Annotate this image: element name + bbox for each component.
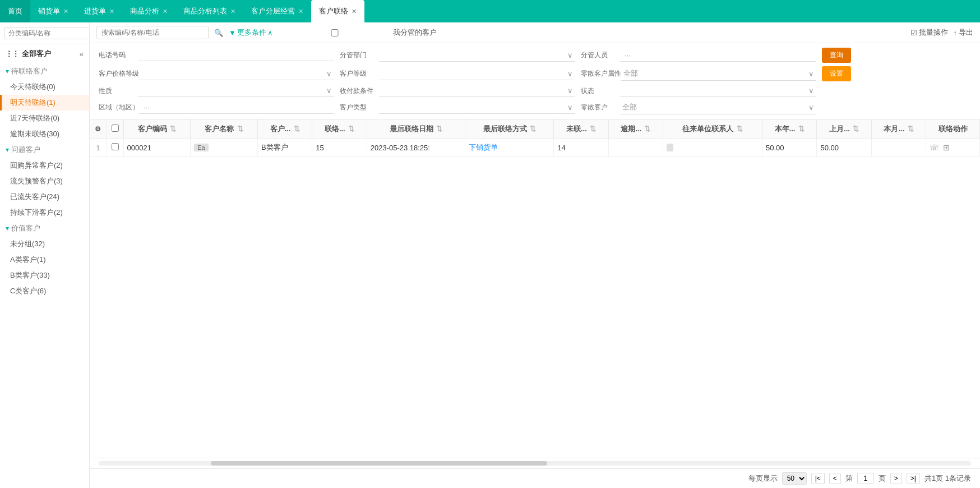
col-last-contact-date[interactable]: 最后联络日期 ⇅ [367,119,465,139]
page-size-select[interactable]: 50 [782,472,807,485]
action-phone-icon[interactable]: ☏ [930,143,940,152]
payment-field: 收付款条件 ∨ [340,85,575,97]
retail-attr-select[interactable]: 全部 ∨ [621,67,816,81]
nav-customer-contact-close[interactable]: ✕ [352,8,357,15]
sort-icon: ⇅ [853,125,859,133]
col-last-month[interactable]: 上月... ⇅ [817,119,871,139]
nav-purchase[interactable]: 进货单 ✕ [76,0,122,22]
col-settings[interactable]: ⚙ [90,119,107,139]
col-customer-type[interactable]: 客户... ⇅ [257,119,312,139]
page-number-input[interactable] [857,473,874,484]
unit-contact-masked [667,144,673,151]
grid-icon: ⋮⋮ [6,50,19,58]
region-select[interactable]: ··· [139,102,334,114]
more-filter-button[interactable]: ▼ 更多条件 ∧ [229,27,273,38]
scroll-thumb[interactable] [211,461,547,466]
customer-type-select[interactable]: ∨ [379,102,575,114]
content-area: 🔍 ▼ 更多条件 ∧ 我分管的客户 ☑ 批量操作 ↑ 导出 [90,22,980,488]
retail-customer-select[interactable]: 全部 ∨ [620,100,816,114]
nav-sales-close[interactable]: ✕ [63,8,68,15]
sidebar-item-class-b[interactable]: B类客户(33) [0,268,89,283]
col-this-year[interactable]: 本年... ⇅ [762,119,817,139]
region-field: 区域（地区） ··· [99,102,334,114]
col-customer-name[interactable]: 客户名称 ⇅ [191,119,258,139]
last-contact-method-link[interactable]: 下销货单 [469,143,498,151]
nav-customer-contact[interactable]: 客户联络 ✕ [311,0,364,22]
customer-level-select[interactable]: ∨ [379,68,575,80]
sidebar-item-unclassified[interactable]: 未分组(32) [0,236,89,252]
sidebar-item-lost[interactable]: 已流失客户(24) [0,189,89,205]
sort-icon: ⇅ [590,125,596,133]
prev-page-button[interactable]: < [829,473,841,484]
problem-customers-group[interactable]: 问题客户 [0,142,89,158]
sidebar-item-repurchase[interactable]: 回购异常客户(2) [0,158,89,173]
col-last-contact-method[interactable]: 最后联络方式 ⇅ [465,119,554,139]
sidebar-item-overdue[interactable]: 逾期未联络(30) [0,126,89,142]
phone-field: 电话号码 [99,49,334,61]
payment-select[interactable]: ∨ [379,85,575,97]
sidebar-item-class-c[interactable]: C类客户(6) [0,283,89,299]
cell-checkbox[interactable] [107,139,123,156]
customer-name-masked: Ea [194,144,208,151]
manager-select[interactable]: ··· [620,49,816,62]
col-overdue[interactable]: 逾期... ⇅ [608,119,663,139]
nav-sales[interactable]: 销货单 ✕ [30,0,76,22]
nav-home[interactable]: 首页 [0,0,30,22]
chevron-down-icon: ∨ [808,86,814,95]
col-this-month[interactable]: 本月... ⇅ [871,119,926,139]
nav-product-analysis-list-close[interactable]: ✕ [230,8,235,15]
department-select[interactable]: ∨ [379,49,575,62]
sort-icon: ⇅ [798,125,805,133]
nav-purchase-close[interactable]: ✕ [109,8,114,15]
batch-operation-button[interactable]: ☑ 批量操作 [910,27,948,38]
last-page-button[interactable]: >| [907,473,920,484]
my-customers-checkbox[interactable] [279,29,391,36]
gender-select[interactable]: ∨ [138,85,334,97]
value-customers-group[interactable]: 价值客户 [0,220,89,236]
sidebar-item-week[interactable]: 近7天待联络(0) [0,111,89,126]
nav-product-analysis-close[interactable]: ✕ [163,8,168,15]
pending-contact-group[interactable]: 待联络客户 [0,63,89,79]
next-page-button[interactable]: > [890,473,902,484]
sidebar-search-input[interactable] [4,27,90,39]
status-select[interactable]: ∨ [620,85,816,97]
nav-customer-segment-close[interactable]: ✕ [298,8,303,15]
first-page-button[interactable]: |< [811,473,825,484]
reset-button[interactable]: 设置 [822,66,851,81]
col-uncontacted[interactable]: 未联... ⇅ [554,119,608,139]
horizontal-scrollbar[interactable] [90,458,980,468]
sidebar-item-declining[interactable]: 持续下滑客户(2) [0,205,89,220]
collapse-icon[interactable]: « [80,50,84,58]
sort-icon: ⇅ [908,125,914,133]
scroll-track[interactable] [99,461,971,466]
sidebar-item-lost-risk[interactable]: 流失预警客户(3) [0,173,89,189]
row-checkbox[interactable] [112,143,119,150]
sidebar-item-today[interactable]: 今天待联络(0) [0,79,89,95]
search-icon[interactable]: 🔍 [214,29,223,37]
cell-customer-name: Ea [191,139,258,156]
dots-icon[interactable]: ··· [625,51,631,59]
export-button[interactable]: ↑ 导出 [954,27,974,38]
phone-input[interactable] [138,49,334,61]
nav-product-analysis-list[interactable]: 商品分析列表 ✕ [175,0,243,22]
col-checkbox[interactable] [107,119,123,139]
price-level-select[interactable]: ∨ [139,68,334,80]
select-all-checkbox[interactable] [112,125,119,132]
all-customers-header[interactable]: ⋮⋮ 全部客户 « [0,44,89,63]
col-contact-count[interactable]: 联络... ⇅ [312,119,367,139]
sidebar-item-class-a[interactable]: A类客户(1) [0,252,89,268]
filter-icon: ▼ [229,29,236,37]
query-button[interactable]: 查询 [822,48,851,63]
col-unit-contact[interactable]: 往来单位联系人 ⇅ [663,119,762,139]
cell-uncontacted: 14 [554,139,608,156]
nav-product-analysis[interactable]: 商品分析 ✕ [122,0,175,22]
col-customer-code[interactable]: 客户编码 ⇅ [123,119,191,139]
col-contact-action[interactable]: 联络动作 [926,119,980,139]
cell-overdue [608,139,663,156]
action-grid-icon[interactable]: ⊞ [943,143,950,152]
cell-last-contact-method: 下销货单 [465,139,554,156]
region-dots-icon[interactable]: ··· [144,103,150,112]
search-input[interactable] [96,26,209,39]
sidebar-item-tomorrow[interactable]: 明天待联络(1) [0,95,89,111]
nav-customer-segment[interactable]: 客户分层经营 ✕ [243,0,311,22]
